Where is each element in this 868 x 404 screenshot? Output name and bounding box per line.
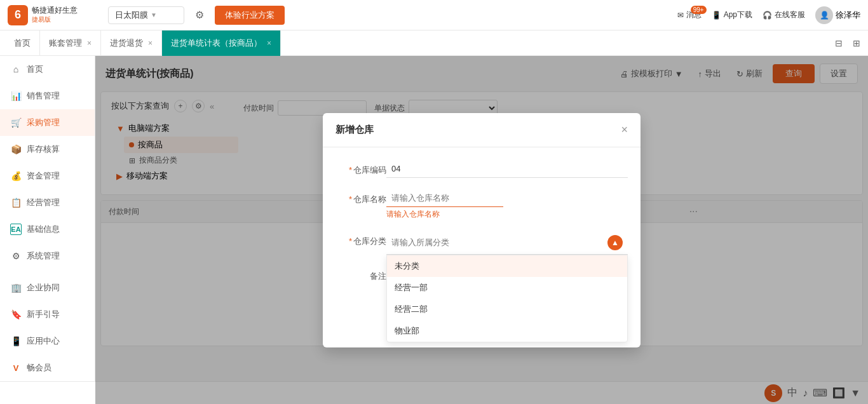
name-input[interactable] (386, 189, 503, 207)
sidebar-item-system[interactable]: ⚙ 系统管理 (0, 243, 95, 269)
purchase-icon: 🛒 (10, 117, 22, 128)
category-dropdown-trigger[interactable]: ▲ (386, 231, 628, 255)
tab-purchase-stats[interactable]: 进货单统计表（按商品） × (162, 30, 281, 56)
tab-purchase-stats-label: 进货单统计表（按商品） (171, 37, 262, 49)
tab-nav-minus-icon[interactable]: ⊟ (832, 36, 845, 51)
sidebar-item-enterprise-label: 企业协同 (27, 282, 60, 293)
dropdown-item-0[interactable]: 未分类 (387, 255, 627, 277)
sidebar-item-membership[interactable]: V 畅会员 (0, 354, 95, 381)
dropdown-item-1[interactable]: 经营一部 (387, 277, 627, 299)
dropdown-item-2[interactable]: 经营二部 (387, 299, 627, 320)
tab-purchase-return-close-icon[interactable]: × (148, 39, 153, 48)
home-icon: ⌂ (10, 64, 22, 75)
name-error-msg: 请输入仓库名称 (386, 209, 628, 220)
sidebar-item-purchase-label: 采购管理 (27, 117, 60, 128)
guide-icon: 🔖 (10, 309, 22, 320)
enterprise-icon: 🏢 (10, 282, 22, 293)
modal-close-icon[interactable]: × (621, 123, 628, 137)
app-center-icon: 📱 (10, 335, 22, 347)
message-btn[interactable]: ✉ 消息 99+ (677, 10, 702, 20)
message-icon: ✉ (677, 11, 684, 20)
sales-icon: 📊 (10, 90, 22, 102)
sidebar-item-inventory-label: 库存核算 (27, 144, 60, 155)
sidebar-item-guide[interactable]: 🔖 新手引导 (0, 301, 95, 328)
sidebar-item-basic-info[interactable]: EA 基础信息 (0, 216, 95, 243)
sidebar-item-inventory[interactable]: 📦 库存核算 (0, 136, 95, 163)
category-label: 仓库分类 (336, 231, 386, 247)
sidebar-item-home[interactable]: ⌂ 首页 (0, 56, 95, 83)
top-bar: 6 畅捷通好生意 捷易版 日太阳膜 ▼ ⚙ 体验行业方案 ✉ 消息 99+ 📱 … (0, 0, 868, 30)
sidebar-item-enterprise[interactable]: 🏢 企业协同 (0, 274, 95, 301)
category-input-wrapper: ▲ 未分类 经营一部 经营二部 物业部 (386, 231, 628, 255)
app-badge: 捷易版 (32, 15, 78, 24)
online-service-label: 在线客服 (775, 10, 805, 20)
modal-overlay: 新增仓库 × 仓库编码 仓库名称 请输入仓库名称 (95, 56, 868, 404)
app-download-label: App下载 (724, 10, 752, 20)
tab-account-label: 账套管理 (49, 37, 82, 49)
finance-icon: 💰 (10, 170, 22, 182)
gear-icon: ⚙ (195, 9, 204, 21)
message-badge: 99+ (691, 6, 707, 14)
top-actions: ✉ 消息 99+ 📱 App下载 🎧 在线客服 👤 徐泽华 (677, 6, 860, 24)
system-icon: ⚙ (10, 250, 22, 262)
tab-purchase-stats-close-icon[interactable]: × (267, 39, 271, 48)
code-label: 仓库编码 (336, 160, 386, 176)
basic-info-icon: EA (10, 224, 22, 235)
membership-icon: V (10, 362, 22, 374)
dropdown-up-arrow-icon[interactable]: ▲ (607, 235, 623, 250)
app-logo: 6 (8, 5, 28, 25)
sidebar-item-finance-label: 资金管理 (27, 170, 60, 182)
main-layout: ⌂ 首页 📊 销售管理 🛒 采购管理 📦 库存核算 💰 资金管理 📋 经营管理 … (0, 56, 868, 404)
content-area: 进货单统计(按商品) 🖨 按模板打印 ▼ ↑ 导出 ↻ 刷新 查询 设置 (95, 56, 868, 404)
dropdown-item-3[interactable]: 物业部 (387, 320, 627, 342)
user-avatar-area[interactable]: 👤 徐泽华 (815, 6, 860, 24)
sidebar-item-guide-label: 新手引导 (27, 309, 60, 320)
app-name: 畅捷通好生意 (32, 6, 78, 16)
phone-icon: 📱 (712, 11, 721, 20)
code-input[interactable] (386, 160, 628, 178)
name-label: 仓库名称 (336, 189, 386, 205)
sidebar-item-operations[interactable]: 📋 经营管理 (0, 189, 95, 216)
operations-icon: 📋 (10, 197, 22, 208)
tab-home[interactable]: 首页 (5, 30, 40, 56)
category-dropdown-list: 未分类 经营一部 经营二部 物业部 (386, 255, 628, 342)
add-warehouse-modal: 新增仓库 × 仓库编码 仓库名称 请输入仓库名称 (323, 113, 641, 347)
tab-purchase-return-label: 进货退货 (110, 37, 143, 49)
sidebar: ⌂ 首页 📊 销售管理 🛒 采购管理 📦 库存核算 💰 资金管理 📋 经营管理 … (0, 56, 95, 404)
store-name: 日太阳膜 (115, 10, 148, 21)
tab-home-label: 首页 (14, 37, 31, 49)
sidebar-item-sales-label: 销售管理 (27, 90, 60, 102)
sidebar-item-operations-label: 经营管理 (27, 197, 60, 208)
name-input-wrapper: 请输入仓库名称 (386, 189, 628, 220)
tab-nav-expand-icon[interactable]: ⊞ (850, 36, 863, 51)
sidebar-item-finance[interactable]: 💰 资金管理 (0, 163, 95, 189)
note-label: 备注 (336, 266, 386, 282)
modal-title: 新增仓库 (336, 124, 374, 136)
sidebar-item-sales[interactable]: 📊 销售管理 (0, 83, 95, 109)
category-field-row: 仓库分类 ▲ 未分类 经营一部 经营二部 物业部 (336, 231, 628, 255)
tab-account[interactable]: 账套管理 × (40, 30, 101, 56)
username-label: 徐泽华 (836, 10, 860, 21)
logo-area: 6 畅捷通好生意 捷易版 (8, 5, 103, 25)
sidebar-item-app-center-label: 应用中心 (27, 335, 60, 347)
code-field-row: 仓库编码 (336, 160, 628, 178)
try-industry-button[interactable]: 体验行业方案 (215, 6, 285, 25)
tab-bar-end: ⊟ ⊞ (832, 36, 863, 51)
sidebar-item-membership-label: 畅会员 (27, 362, 51, 374)
modal-header: 新增仓库 × (323, 113, 641, 147)
sidebar-item-purchase[interactable]: 🛒 采购管理 (0, 109, 95, 136)
store-selector[interactable]: 日太阳膜 ▼ (108, 6, 184, 24)
app-download-btn[interactable]: 📱 App下载 (712, 10, 752, 20)
modal-body: 仓库编码 仓库名称 请输入仓库名称 仓库分类 (323, 147, 641, 313)
online-service-btn[interactable]: 🎧 在线客服 (763, 10, 805, 20)
category-input[interactable] (391, 238, 607, 247)
store-arrow-icon: ▼ (151, 11, 157, 18)
sidebar-item-app-center[interactable]: 📱 应用中心 (0, 328, 95, 354)
inventory-icon: 📦 (10, 144, 22, 155)
sidebar-item-basic-info-label: 基础信息 (27, 224, 60, 235)
tab-bar: 首页 账套管理 × 进货退货 × 进货单统计表（按商品） × ⊟ ⊞ (0, 30, 868, 56)
tab-purchase-return[interactable]: 进货退货 × (101, 30, 162, 56)
user-avatar: 👤 (815, 6, 833, 24)
settings-icon-btn[interactable]: ⚙ (189, 5, 210, 25)
tab-account-close-icon[interactable]: × (87, 39, 92, 48)
